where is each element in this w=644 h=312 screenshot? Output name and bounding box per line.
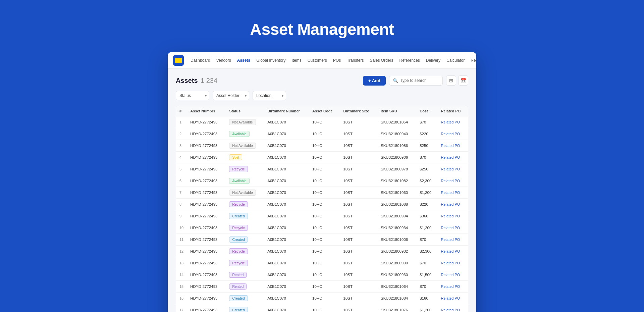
table-row[interactable]: 13HDYD-2772493RecycleA0B1C07010HC10STSKU…	[176, 257, 468, 269]
related-po-cell[interactable]: Related PO	[438, 281, 468, 293]
table-row[interactable]: 14HDYD-2772493RentedA0B1C07010HC10STSKU3…	[176, 269, 468, 281]
table-row[interactable]: 9HDYD-2772493CreatedA0B1C07010HC10STSKU3…	[176, 210, 468, 222]
table-row[interactable]: 11HDYD-2772493CreatedA0B1C07010HC10STSKU…	[176, 234, 468, 246]
table-row[interactable]: 10HDYD-2772493RecycleA0B1C07010HC10STSKU…	[176, 222, 468, 234]
birthmark-size-cell: 10ST	[340, 281, 377, 293]
table-row[interactable]: 8HDYD-2772493RecycleA0B1C07010HC10STSKU3…	[176, 199, 468, 210]
nav-item-sales-orders[interactable]: Sales Orders	[367, 56, 396, 65]
status-cell: Not Available	[226, 116, 264, 128]
table-row[interactable]: 4HDYD-2772493SplitA0B1C07010HC10STSKU321…	[176, 152, 468, 163]
table-row[interactable]: 3HDYD-2772493Not AvailableA0B1C07010HC10…	[176, 140, 468, 152]
related-po-cell[interactable]: Related PO	[438, 234, 468, 246]
status-badge: Recycle	[229, 248, 248, 254]
item-sku-cell: SKU321800930	[377, 269, 416, 281]
col-header-cost[interactable]: Cost ↑	[416, 106, 437, 116]
related-po-cell[interactable]: Related PO	[438, 257, 468, 269]
status-badge: Not Available	[229, 190, 256, 196]
table-row[interactable]: 1HDYD-2772493Not AvailableA0B1C07010HC10…	[176, 116, 468, 128]
table-row[interactable]: 7HDYD-2772493Not AvailableA0B1C07010HC10…	[176, 187, 468, 199]
related-po-cell[interactable]: Related PO	[438, 140, 468, 152]
birthmark-number-cell: A0B1C070	[264, 152, 309, 163]
col-header-asset-code: Asset Code	[309, 106, 340, 116]
assets-table-container: #Asset NumberStatusBirthmark NumberAsset…	[176, 106, 468, 312]
asset-code-cell: 10HC	[309, 163, 340, 175]
table-row[interactable]: 2HDYD-2772493AvailableA0B1C07010HC10STSK…	[176, 128, 468, 140]
grid-view-button[interactable]: 📅	[458, 75, 468, 86]
nav-item-vendors[interactable]: Vendors	[214, 56, 234, 65]
status-badge: Created	[229, 237, 248, 243]
add-button[interactable]: + Add	[363, 76, 386, 86]
nav-item-transfers[interactable]: Transfers	[344, 56, 366, 65]
search-input[interactable]	[400, 78, 439, 83]
birthmark-number-cell: A0B1C070	[264, 281, 309, 293]
asset-number-cell: HDYD-2772493	[187, 234, 226, 246]
nav-item-rental-contracts[interactable]: Rental Contracts	[468, 56, 476, 65]
related-po-cell[interactable]: Related PO	[438, 246, 468, 257]
related-po-cell[interactable]: Related PO	[438, 269, 468, 281]
related-po-cell[interactable]: Related PO	[438, 210, 468, 222]
assets-table: #Asset NumberStatusBirthmark NumberAsset…	[176, 106, 468, 312]
asset-number-cell: HDYD-2772493	[187, 281, 226, 293]
cost-cell: $70	[416, 257, 437, 269]
related-po-cell[interactable]: Related PO	[438, 199, 468, 210]
table-row[interactable]: 17HDYD-2772493CreatedA0B1C07010HC10STSKU…	[176, 304, 468, 312]
cost-cell: $1,200	[416, 222, 437, 234]
search-box: 🔍	[389, 76, 443, 86]
table-row[interactable]: 6HDYD-2772493AvailableA0B1C07010HC10STSK…	[176, 175, 468, 187]
asset-number-cell: HDYD-2772493	[187, 257, 226, 269]
cost-cell: $1,200	[416, 304, 437, 312]
related-po-cell[interactable]: Related PO	[438, 175, 468, 187]
app-logo[interactable]	[173, 55, 184, 66]
birthmark-size-cell: 10ST	[340, 269, 377, 281]
row-num: 3	[176, 140, 187, 152]
status-cell: Not Available	[226, 140, 264, 152]
table-row[interactable]: 12HDYD-2772493RecycleA0B1C07010HC10STSKU…	[176, 246, 468, 257]
cost-cell: $250	[416, 163, 437, 175]
status-cell: Rented	[226, 269, 264, 281]
row-num: 1	[176, 116, 187, 128]
related-po-cell[interactable]: Related PO	[438, 222, 468, 234]
related-po-cell[interactable]: Related PO	[438, 163, 468, 175]
table-row[interactable]: 16HDYD-2772493CreatedA0B1C07010HC10STSKU…	[176, 293, 468, 304]
nav-item-customers[interactable]: Customers	[305, 56, 330, 65]
filter-location[interactable]: Location	[253, 91, 286, 100]
related-po-cell[interactable]: Related PO	[438, 116, 468, 128]
nav-item-global-inventory[interactable]: Global Inventory	[254, 56, 288, 65]
filter-status-wrapper: Status▾	[176, 91, 209, 100]
cost-cell: $70	[416, 234, 437, 246]
nav-item-delivery[interactable]: Delivery	[423, 56, 443, 65]
asset-number-cell: HDYD-2772493	[187, 116, 226, 128]
navbar: DashboardVendorsAssetsGlobal InventoryIt…	[168, 52, 476, 69]
birthmark-number-cell: A0B1C070	[264, 128, 309, 140]
related-po-cell[interactable]: Related PO	[438, 293, 468, 304]
nav-item-calculator[interactable]: Calculator	[444, 56, 467, 65]
table-row[interactable]: 5HDYD-2772493RecycleA0B1C07010HC10STSKU3…	[176, 163, 468, 175]
table-row[interactable]: 15HDYD-2772493RentedA0B1C07010HC10STSKU3…	[176, 281, 468, 293]
row-num: 17	[176, 304, 187, 312]
filter-status[interactable]: Status	[176, 91, 209, 100]
related-po-cell[interactable]: Related PO	[438, 152, 468, 163]
asset-number-cell: HDYD-2772493	[187, 304, 226, 312]
asset-code-cell: 10HC	[309, 257, 340, 269]
filter-asset-holder[interactable]: Asset Holder	[213, 91, 249, 100]
asset-code-cell: 10HC	[309, 222, 340, 234]
related-po-cell[interactable]: Related PO	[438, 304, 468, 312]
col-header-birthmark-number: Birthmark Number	[264, 106, 309, 116]
birthmark-number-cell: A0B1C070	[264, 175, 309, 187]
nav-item-pos[interactable]: POs	[330, 56, 343, 65]
filter-asset-holder-wrapper: Asset Holder▾	[213, 91, 249, 100]
asset-code-cell: 10HC	[309, 234, 340, 246]
nav-item-dashboard[interactable]: Dashboard	[188, 56, 213, 65]
status-badge: Available	[229, 178, 249, 184]
birthmark-size-cell: 10ST	[340, 293, 377, 304]
nav-item-assets[interactable]: Assets	[234, 56, 253, 65]
col-header-related-po: Related PO	[438, 106, 468, 116]
nav-item-items[interactable]: Items	[289, 56, 304, 65]
asset-number-cell: HDYD-2772493	[187, 187, 226, 199]
birthmark-size-cell: 10ST	[340, 199, 377, 210]
related-po-cell[interactable]: Related PO	[438, 128, 468, 140]
list-view-button[interactable]: ⊞	[446, 75, 456, 86]
related-po-cell[interactable]: Related PO	[438, 187, 468, 199]
nav-item-references[interactable]: References	[396, 56, 422, 65]
item-sku-cell: SKU321801084	[377, 293, 416, 304]
